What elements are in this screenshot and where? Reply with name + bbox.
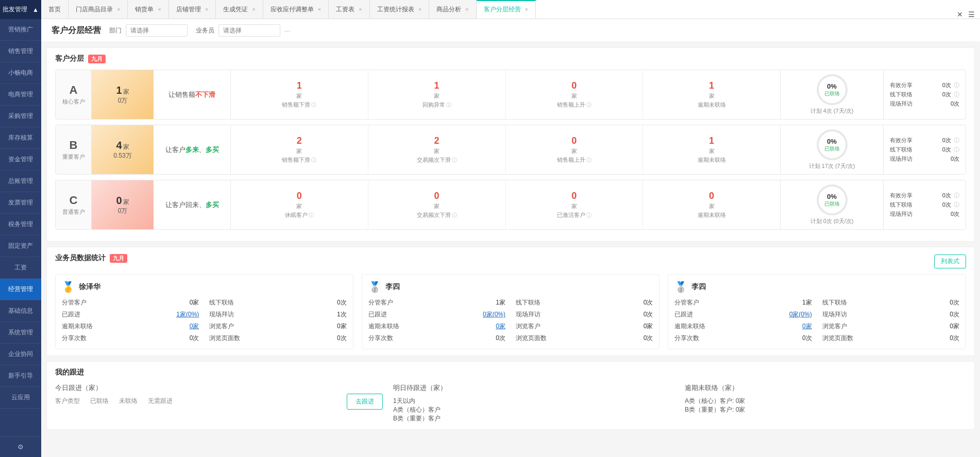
list-view-button[interactable]: 列表式: [934, 255, 966, 268]
dept-select[interactable]: [126, 24, 188, 37]
tier-b-count[interactable]: 4 家 0.53万: [92, 125, 154, 174]
tier-a-label: A 核心客户: [56, 70, 92, 119]
sidebar-item-purchase[interactable]: 采购管理: [0, 106, 41, 127]
sidebar-item-system[interactable]: 系统管理: [0, 322, 41, 344]
sidebar-item-ledger[interactable]: 总账管理: [0, 171, 41, 192]
sp-medal-0: 🥇: [62, 281, 75, 293]
tier-c-action: 让客户回来、多买: [154, 180, 231, 229]
month-badge: 九月: [88, 55, 106, 63]
salesperson-title: 业务员数据统计 九月: [55, 253, 127, 263]
tier-b-metric-1[interactable]: 2 家 交易频次下滑 ⓘ: [368, 125, 506, 174]
tier-c-metric-2[interactable]: 0 家 已激活客户 ⓘ: [506, 180, 644, 229]
sidebar-item-finance[interactable]: 资金管理: [0, 149, 41, 171]
tier-a-followup-circle: 0% 已联络: [817, 74, 848, 105]
menu-icon[interactable]: ☰: [968, 10, 975, 19]
tab-bar-actions: ✕ ☰: [952, 10, 980, 19]
tier-b-metric-2[interactable]: 0 家 销售额上升 ⓘ: [506, 125, 644, 174]
tab-close-icon[interactable]: ×: [205, 6, 208, 12]
today-followup: 今日跟进（家） 客户类型 已联络 未联络 无需跟进: [55, 383, 336, 405]
tab-close-icon[interactable]: ×: [359, 6, 362, 12]
sidebar-item-sales[interactable]: 销售管理: [0, 41, 41, 62]
sp-header-1: 🥈 李四: [368, 281, 653, 293]
tab-close-icon[interactable]: ×: [525, 6, 528, 12]
goto-followup-button[interactable]: 去跟进: [347, 394, 383, 410]
sp-name-0: 徐泽华: [79, 282, 100, 292]
sidebar-item-assets[interactable]: 固定资产: [0, 235, 41, 257]
tier-a-count[interactable]: 1 家 0万: [92, 70, 154, 119]
tab-close-icon[interactable]: ×: [252, 6, 255, 12]
sidebar-item-payroll[interactable]: 工资: [0, 257, 41, 279]
sales-label: 业务员: [196, 26, 214, 35]
overdue-b-val: 0家: [736, 406, 746, 413]
tab-customer-tier[interactable]: 客户分层经营 ×: [477, 0, 536, 19]
tier-b-metric-0[interactable]: 2 家 销售额下滑 ⓘ: [231, 125, 368, 174]
sidebar-item-ecommerce-small[interactable]: 小畅电商: [0, 62, 41, 84]
tier-a-metric-0[interactable]: 1 家 销售额下滑 ⓘ: [231, 70, 368, 119]
tier-b-row: B 重要客户 4 家 0.53万 让客户多来、多买 2 家: [55, 125, 966, 175]
tier-b-label: B 重要客户: [56, 125, 92, 174]
page-title: 客户分层经营: [52, 25, 101, 36]
tomorrow-followup: 明日待跟进（家） 1天以内 A类（核心）客户 B类（重要）客户: [393, 383, 674, 423]
tier-b-side-stats: 有效分享 0次 ⓘ 线下联络 0次 ⓘ 现场拜访 0次: [883, 125, 966, 174]
tier-c-metric-1[interactable]: 0 家 交易频次下滑 ⓘ: [368, 180, 506, 229]
sp-name-2: 李四: [691, 282, 706, 292]
salesperson-section: 业务员数据统计 九月 列表式 🥇 徐泽华 分管客户 0家: [46, 247, 975, 356]
tab-close-icon[interactable]: ×: [465, 6, 468, 12]
tier-b-followup-circle: 0% 已联络: [817, 129, 848, 160]
tier-b-metric-3[interactable]: 1 家 逾期未联络: [643, 125, 780, 174]
sidebar-item-business[interactable]: 经营管理: [0, 279, 41, 300]
close-tab-icon[interactable]: ✕: [957, 10, 963, 19]
sales-select[interactable]: [218, 24, 280, 37]
my-followup-section: 我的跟进 今日跟进（家） 客户类型 已联络 未联络 无需跟进 去跟进: [46, 361, 975, 430]
sidebar-item-basic[interactable]: 基础信息: [0, 300, 41, 322]
tab-sales-order[interactable]: 销货单 ×: [128, 0, 168, 19]
tier-a-side-stats: 有效分享 0次 ⓘ 线下联络 0次 ⓘ 现场拜访 0次: [883, 70, 966, 119]
tab-home[interactable]: 首页: [41, 0, 69, 19]
overdue-a-label: A类（核心）客户: 0家: [685, 397, 966, 405]
tab-close-icon[interactable]: ×: [418, 6, 421, 12]
tab-gen-voucher[interactable]: 生成凭证 ×: [216, 0, 263, 19]
tier-c-side-stats: 有效分享 0次 ⓘ 线下联络 0次 ⓘ 现场拜访 0次: [883, 180, 966, 229]
tier-c-metric-3[interactable]: 0 家 逾期未联络: [643, 180, 780, 229]
tab-store-mgmt[interactable]: 店铺管理 ×: [169, 0, 216, 19]
settings-gear-icon[interactable]: ⚙: [0, 436, 41, 457]
tab-close-icon[interactable]: ×: [318, 6, 321, 12]
tier-a-row: A 核心客户 1 家 0万 让销售额不下滑 1 家: [55, 70, 966, 120]
tier-a-metric-3[interactable]: 1 家 逾期未联络: [643, 70, 780, 119]
sidebar-item-invoice[interactable]: 发票管理: [0, 192, 41, 214]
tier-c-count[interactable]: 0 家 0万: [92, 180, 154, 229]
tab-product-analysis[interactable]: 商品分析 ×: [429, 0, 476, 19]
tier-c-label: C 普通客户: [56, 180, 92, 229]
sidebar-item-inventory[interactable]: 库存核算: [0, 127, 41, 149]
customer-tier-section: 客户分层 九月 A 核心客户 1 家 0万 让销售额不下滑: [46, 47, 975, 242]
sidebar-item-cloud[interactable]: 云应用: [0, 387, 41, 409]
tab-store-products[interactable]: 门店商品目录 ×: [69, 0, 128, 19]
dept-filter: 部门: [109, 24, 188, 37]
tier-c-followup: 0% 已联络 计划 0次 (0天/次): [780, 180, 883, 229]
tier-a-followup: 0% 已联络 计划 4次 (7天/次): [780, 70, 883, 119]
tier-a-metric-1[interactable]: 1 家 回购异常 ⓘ: [368, 70, 506, 119]
sidebar-item-ecommerce[interactable]: 电商管理: [0, 84, 41, 106]
more-options-icon[interactable]: ···: [284, 27, 290, 35]
tab-payroll-report[interactable]: 工资统计报表 ×: [370, 0, 429, 19]
sp-stats-1: 分管客户 1家 线下联络 0次 已跟进 0家(0%) 现场拜访: [368, 298, 653, 343]
sidebar-item-guide[interactable]: 新手引导: [0, 365, 41, 387]
sidebar-item-marketing[interactable]: 营销推广: [0, 19, 41, 41]
tab-ar-ap[interactable]: 应收应付调整单 ×: [263, 0, 329, 19]
tier-b-action: 让客户多来、多买: [154, 125, 231, 174]
tier-a-metric-2[interactable]: 0 家 销售额上升 ⓘ: [506, 70, 644, 119]
tab-close-icon[interactable]: ×: [117, 6, 120, 12]
sidebar-item-collab[interactable]: 企业协同: [0, 344, 41, 365]
today-followup-label: 今日跟进（家）: [55, 383, 336, 393]
sidebar-item-tax[interactable]: 税务管理: [0, 214, 41, 235]
followup-content: 今日跟进（家） 客户类型 已联络 未联络 无需跟进 去跟进 明日待跟进（家）: [55, 383, 966, 423]
tier-c-metric-0[interactable]: 0 家 休眠客户 ⓘ: [231, 180, 368, 229]
sidebar-header[interactable]: 批发管理 ▲: [0, 0, 41, 19]
tier-a-action: 让销售额不下滑: [154, 70, 231, 119]
overdue-followup-label: 逾期未联络（家）: [685, 383, 966, 393]
tomorrow-followup-label: 明日待跟进（家）: [393, 383, 674, 393]
tab-payroll[interactable]: 工资表 ×: [329, 0, 369, 19]
tier-c-followup-circle: 0% 已联络: [817, 184, 848, 215]
tab-close-icon[interactable]: ×: [158, 6, 161, 12]
sp-card-2: 🥈 李四 分管客户 1家 线下联络 0次 已跟进: [668, 274, 966, 349]
